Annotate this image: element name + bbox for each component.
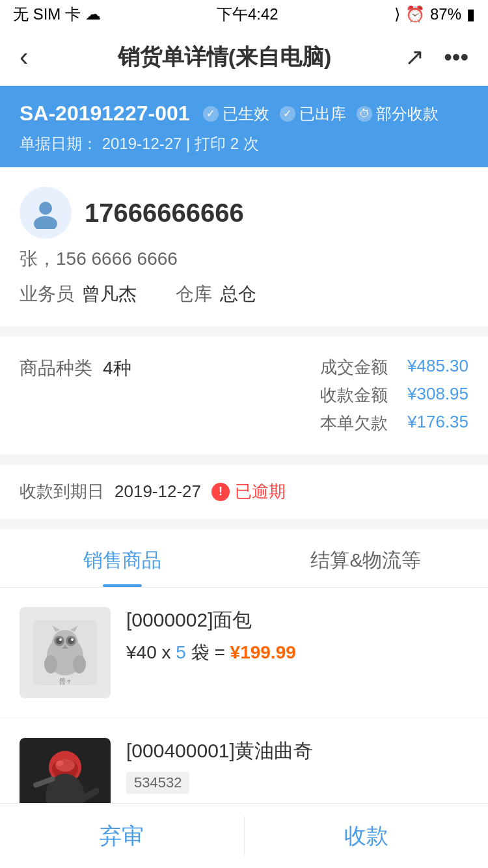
date-label: 单据日期： (20, 135, 98, 152)
total-1: ¥199.99 (230, 642, 296, 662)
svg-point-10 (71, 638, 74, 641)
avatar (20, 187, 72, 239)
sales-value: 曾凡杰 (82, 282, 137, 306)
check-icon-1: ✓ (203, 106, 219, 122)
share-icon[interactable]: ↗ (405, 44, 424, 71)
product-name-1: [0000002]面包 (126, 607, 468, 634)
tabs-section: 销售商品 结算&物流等 (0, 529, 488, 849)
customer-row: 17666666666 (20, 187, 468, 239)
bottom-bar: 弃审 收款 (0, 803, 488, 868)
financial-stats: 成交金额 ¥485.30 收款金额 ¥308.95 本单欠款 ¥176.35 (320, 356, 468, 435)
svg-point-8 (68, 638, 74, 644)
check-icon-2: ✓ (280, 106, 295, 122)
product-info-1: [0000002]面包 ¥40 x 5 袋 = ¥199.99 (126, 607, 468, 665)
received-row: 收款金额 ¥308.95 (320, 384, 468, 407)
product-image-1: 兽+ (20, 607, 111, 698)
status-right: ⟩ ⏰ 87% ▮ (394, 5, 475, 23)
due-date-section: 收款到期日 2019-12-27 ! 已逾期 (0, 465, 488, 519)
received-label: 收款金额 (320, 384, 388, 407)
customer-meta: 业务员 曾凡杰 仓库 总仓 (20, 282, 468, 306)
warehouse-meta: 仓库 总仓 (176, 282, 256, 306)
sales-meta: 业务员 曾凡杰 (20, 282, 137, 306)
product-tag-2: 534532 (126, 772, 189, 794)
product-type-count: 商品种类 4种 (20, 356, 131, 381)
battery-icon: ▮ (467, 5, 475, 23)
battery-label: 87% (430, 5, 461, 23)
customer-phone: 17666666666 (85, 198, 244, 228)
banner-date: 单据日期： 2019-12-27 | 打印 2 次 (20, 133, 468, 154)
overdue-badge: ! 已逾期 (211, 480, 286, 503)
due-label: 收款到期日 (20, 480, 104, 503)
customer-section: 17666666666 张，156 6666 6666 业务员 曾凡杰 仓库 总… (0, 167, 488, 326)
location-icon: ⟩ (394, 5, 400, 23)
svg-point-9 (59, 638, 62, 641)
status-left: 无 SIM 卡 ☁ (13, 4, 101, 25)
svg-point-0 (39, 202, 52, 215)
badge-shipped: ✓ 已出库 (280, 103, 346, 124)
product-item-1: 兽+ [0000002]面包 ¥40 x 5 袋 = ¥199.99 (0, 588, 488, 718)
price-unit-1: ¥40 (126, 642, 157, 662)
svg-point-24 (56, 761, 64, 766)
amount-row: 成交金额 ¥485.30 (320, 356, 468, 379)
print-info: | 打印 2 次 (186, 135, 259, 152)
more-icon[interactable]: ••• (444, 44, 468, 71)
svg-text:兽+: 兽+ (59, 677, 71, 685)
equals-1: = (214, 642, 230, 662)
type-label: 商品种类 (20, 356, 92, 381)
tabs-header: 销售商品 结算&物流等 (0, 529, 488, 588)
status-time: 下午4:42 (217, 4, 278, 25)
svg-point-1 (34, 216, 57, 229)
owed-value: ¥176.35 (407, 412, 468, 435)
clock-icon: ⏱ (357, 106, 372, 122)
overdue-icon: ! (211, 483, 230, 501)
product-name-2: [000400001]黄油曲奇 (126, 738, 468, 765)
warehouse-label: 仓库 (176, 282, 212, 306)
received-value: ¥308.95 (407, 384, 468, 407)
order-header: SA-20191227-001 ✓ 已生效 ✓ 已出库 ⏱ 部分收款 单据日期：… (0, 86, 488, 167)
alarm-icon: ⏰ (405, 5, 425, 23)
overdue-text: 已逾期 (235, 480, 286, 503)
due-date-value: 2019-12-27 (115, 481, 201, 502)
sales-label: 业务员 (20, 282, 74, 306)
nav-actions: ↗ ••• (390, 44, 468, 71)
order-id: SA-20191227-001 (20, 102, 190, 126)
cancel-review-button[interactable]: 弃审 (0, 804, 244, 868)
badge-partial: ⏱ 部分收款 (357, 103, 439, 124)
amount-label: 成交金额 (320, 356, 388, 379)
type-count: 4种 (103, 356, 131, 381)
unit-1: 袋 (191, 642, 210, 662)
tab-sales-products[interactable]: 销售商品 (0, 529, 244, 587)
owed-label: 本单欠款 (320, 412, 388, 435)
stats-section: 商品种类 4种 成交金额 ¥485.30 收款金额 ¥308.95 本单欠款 ¥… (0, 336, 488, 454)
amount-value: ¥485.30 (407, 356, 468, 379)
owed-row: 本单欠款 ¥176.35 (320, 412, 468, 435)
product-price-1: ¥40 x 5 袋 = ¥199.99 (126, 640, 468, 665)
warehouse-value: 总仓 (220, 282, 256, 306)
badge-effective: ✓ 已生效 (203, 103, 269, 124)
status-badges: ✓ 已生效 ✓ 已出库 ⏱ 部分收款 (203, 103, 439, 124)
sim-label: 无 SIM 卡 ☁ (13, 4, 101, 25)
back-button[interactable]: ‹ (20, 42, 59, 72)
quantity-1: 5 (176, 642, 186, 662)
status-bar: 无 SIM 卡 ☁ 下午4:42 ⟩ ⏰ 87% ▮ (0, 0, 488, 29)
nav-bar: ‹ 销货单详情(来自电脑) ↗ ••• (0, 29, 488, 86)
svg-point-14 (44, 655, 57, 673)
date-value: 2019-12-27 (102, 135, 182, 152)
tab-settlement[interactable]: 结算&物流等 (244, 529, 488, 587)
svg-point-15 (73, 655, 86, 673)
page-title: 销货单详情(来自电脑) (59, 42, 390, 72)
customer-subinfo: 张，156 6666 6666 (20, 247, 468, 271)
svg-point-7 (56, 638, 62, 644)
banner-top: SA-20191227-001 ✓ 已生效 ✓ 已出库 ⏱ 部分收款 (20, 102, 468, 126)
multiply-1: x (162, 642, 176, 662)
collect-payment-button[interactable]: 收款 (245, 804, 489, 868)
